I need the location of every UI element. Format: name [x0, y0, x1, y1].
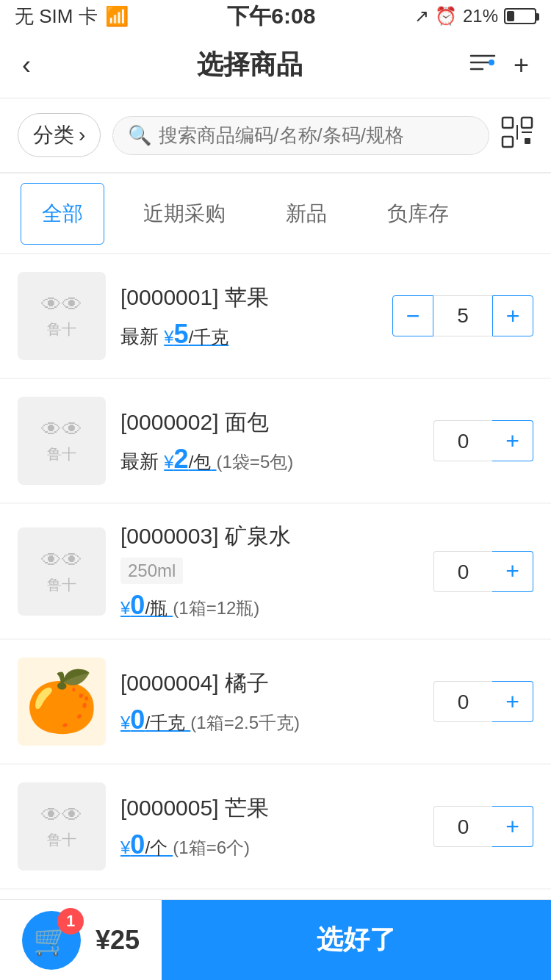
cart-section: 🛒 1 ¥25: [0, 911, 162, 970]
product-info: [0000004] 橘子 ¥0/千克 (1箱=2.5千克): [106, 669, 433, 735]
product-info: [0000002] 面包 最新 ¥2/包 (1袋=5包): [106, 408, 433, 475]
quantity-input[interactable]: [433, 295, 492, 336]
wifi-icon: 📶: [105, 5, 129, 28]
product-item: 👁👁 鲁十 [0000002] 面包 最新 ¥2/包 (1袋=5包) 0 +: [0, 379, 551, 502]
product-name: [0000001] 苹果: [120, 283, 378, 313]
quantity-increase-button[interactable]: +: [492, 551, 533, 592]
quantity-increase-button[interactable]: +: [492, 806, 533, 847]
product-spec: 250ml: [120, 558, 183, 584]
owl-icon: 👁👁: [41, 417, 82, 442]
status-time: 下午6:08: [227, 1, 315, 32]
tab-new[interactable]: 新品: [264, 183, 348, 245]
product-name: [0000003] 矿泉水: [120, 522, 419, 552]
battery-percent: 21%: [463, 6, 498, 26]
tab-recent[interactable]: 近期采购: [122, 183, 247, 245]
scan-icon[interactable]: [501, 116, 533, 155]
back-button[interactable]: ‹: [22, 50, 31, 81]
alarm-icon: ⏰: [435, 6, 457, 26]
product-item: 👁👁 鲁十 [0000003] 矿泉水 250ml ¥0/瓶 (1箱=12瓶) …: [0, 504, 551, 638]
location-icon: ↗: [414, 6, 429, 26]
product-list: 👁👁 鲁十 [0000001] 苹果 最新 ¥5/千克 − + 👁👁 鲁十: [0, 254, 551, 980]
orange-emoji: 🍊: [25, 672, 98, 731]
search-box: 🔍: [112, 116, 489, 155]
status-left: 无 SIM 卡 📶: [15, 4, 129, 29]
cart-total: ¥25: [96, 925, 140, 956]
product-item: 👁👁 鲁十 [0000005] 芒果 ¥0/个 (1箱=6个) 0 +: [0, 765, 551, 888]
nav-bar: ‹ 选择商品 +: [0, 32, 551, 98]
owl-icon: 👁👁: [41, 803, 82, 827]
search-input[interactable]: [159, 124, 474, 147]
cart-badge: 1: [57, 908, 84, 934]
quantity-increase-button[interactable]: +: [492, 295, 533, 336]
product-info: [0000005] 芒果 ¥0/个 (1箱=6个): [106, 793, 433, 860]
carrier-label: 无 SIM 卡: [15, 4, 98, 29]
quantity-display: 0: [433, 551, 492, 592]
tab-negative[interactable]: 负库存: [366, 183, 470, 245]
quantity-control: 0 +: [433, 806, 533, 847]
owl-icon: 👁👁: [41, 292, 82, 317]
cart-button[interactable]: 🛒 1: [22, 911, 81, 970]
product-image-water: 👁👁 鲁十: [18, 527, 106, 616]
svg-point-3: [489, 60, 494, 65]
status-right: ↗ ⏰ 21%: [414, 6, 536, 26]
status-bar: 无 SIM 卡 📶 下午6:08 ↗ ⏰ 21%: [0, 0, 551, 32]
product-image-apple: 👁👁 鲁十: [18, 272, 106, 360]
product-name: [0000002] 面包: [120, 408, 419, 438]
tabs-bar: 全部 近期采购 新品 负库存: [0, 174, 551, 254]
product-image-bread: 👁👁 鲁十: [18, 397, 106, 485]
tab-all[interactable]: 全部: [21, 183, 104, 245]
bottom-bar: 🛒 1 ¥25 选好了: [0, 899, 551, 980]
category-button[interactable]: 分类 ›: [18, 113, 101, 157]
quantity-increase-button[interactable]: +: [492, 420, 533, 461]
quantity-display: 0: [433, 681, 492, 722]
filter-bar: 分类 › 🔍: [0, 98, 551, 173]
quantity-control: 0 +: [433, 551, 533, 592]
quantity-display: 0: [433, 420, 492, 461]
product-item: 🍊 [0000004] 橘子 ¥0/千克 (1箱=2.5千克) 0 +: [0, 640, 551, 763]
svg-rect-9: [525, 138, 530, 144]
product-info: [0000003] 矿泉水 250ml ¥0/瓶 (1箱=12瓶): [106, 522, 433, 621]
search-icon: 🔍: [128, 124, 151, 147]
nav-left: ‹: [22, 50, 31, 81]
quantity-control: 0 +: [433, 420, 533, 461]
quantity-control: − +: [392, 295, 533, 336]
svg-rect-5: [522, 118, 532, 128]
nav-title: 选择商品: [197, 47, 303, 83]
quantity-decrease-button[interactable]: −: [392, 295, 433, 336]
category-label: 分类: [33, 121, 74, 149]
product-image-mango: 👁👁 鲁十: [18, 782, 106, 871]
product-name: [0000004] 橘子: [120, 669, 419, 699]
svg-rect-4: [503, 118, 513, 128]
product-info: [0000001] 苹果 最新 ¥5/千克: [106, 283, 392, 350]
product-image-orange: 🍊: [18, 657, 106, 746]
quantity-increase-button[interactable]: +: [492, 681, 533, 722]
product-price: ¥0/瓶 (1箱=12瓶): [120, 590, 419, 621]
product-price: 最新 ¥2/包 (1袋=5包): [120, 444, 419, 475]
category-chevron-icon: ›: [79, 123, 85, 147]
product-name: [0000005] 芒果: [120, 793, 419, 824]
quantity-control: 0 +: [433, 681, 533, 722]
confirm-button[interactable]: 选好了: [162, 900, 551, 980]
filter-icon[interactable]: [469, 51, 496, 79]
svg-rect-6: [503, 137, 513, 147]
product-price: ¥0/个 (1箱=6个): [120, 829, 419, 860]
owl-icon: 👁👁: [41, 548, 82, 572]
battery-icon: [504, 8, 536, 24]
product-item: 👁👁 鲁十 [0000001] 苹果 最新 ¥5/千克 − +: [0, 254, 551, 378]
nav-right: +: [469, 50, 529, 81]
quantity-display: 0: [433, 806, 492, 847]
product-price: 最新 ¥5/千克: [120, 319, 378, 350]
product-price: ¥0/千克 (1箱=2.5千克): [120, 705, 419, 735]
add-button[interactable]: +: [514, 50, 529, 81]
